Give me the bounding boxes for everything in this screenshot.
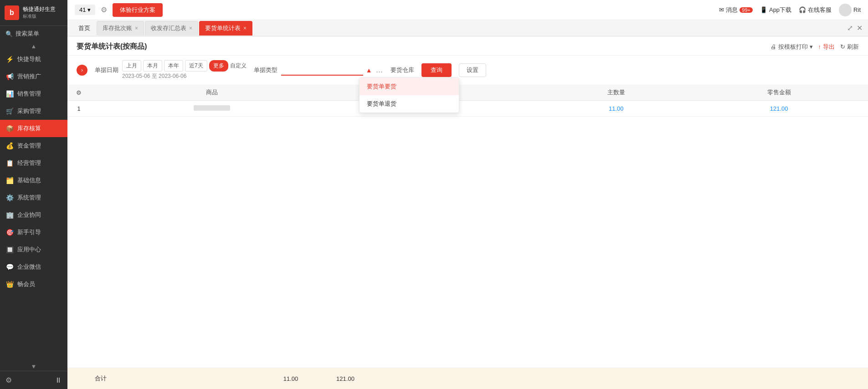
page-header-actions: 🖨 按模板打印 ▾ ↑ 导出 ↻ 刷新	[770, 43, 859, 51]
tabs-bar-right: ⤢ ✕	[847, 24, 863, 32]
cell-amount[interactable]: 121.00	[690, 101, 868, 117]
quick-btn-more[interactable]: 更多	[209, 60, 228, 72]
wechat-icon: 💬	[5, 263, 14, 271]
type-dropdown-arrow[interactable]: ▲	[366, 67, 372, 74]
table-footer: 合计 11.00 121.00	[67, 368, 868, 389]
refresh-icon: ↻	[840, 43, 845, 50]
quick-btn-last-month[interactable]: 上月	[122, 60, 141, 72]
selector-arrow-icon: ▾	[87, 6, 91, 13]
page-title: 要货单统计表(按商品)	[77, 42, 147, 51]
quick-nav-icon: ⚡	[5, 56, 14, 63]
col-settings-icon[interactable]: ⚙	[76, 89, 82, 96]
main-area: 41 ▾ ⚙ 体验行业方案 ✉ 消息 99+ 📱 App下载 🎧 在线客服 R	[67, 0, 868, 389]
tabs-expand-icon[interactable]: ⤢	[847, 24, 853, 32]
quick-btn-this-year[interactable]: 本年	[164, 60, 183, 72]
sidebar-item-operations[interactable]: 📋 经营管理	[0, 154, 67, 172]
user-profile[interactable]: Rit	[839, 4, 861, 16]
footer-label: 合计	[67, 372, 263, 385]
sidebar-item-finance[interactable]: 💰 资金管理	[0, 137, 67, 154]
sidebar-item-newbie[interactable]: 🎯 新手引导	[0, 224, 67, 241]
col-product: 商品	[90, 85, 334, 101]
date-range-display: 2023-05-06 至 2023-06-06	[122, 72, 247, 80]
cell-seq: 1	[67, 101, 90, 117]
online-service-item[interactable]: 🎧 在线客服	[799, 6, 832, 14]
col-settings: ⚙	[67, 85, 90, 101]
sidebar-bottom: ⚙ ⏸	[0, 371, 67, 389]
operations-icon: 📋	[5, 159, 14, 167]
filter-more-dots[interactable]: …	[376, 66, 383, 74]
sidebar-item-basics[interactable]: 🗂️ 基础信息	[0, 172, 67, 189]
tab-home[interactable]: 首页	[73, 21, 96, 36]
cell-quantity[interactable]: 11.00	[542, 101, 690, 117]
sidebar-collapse-icon[interactable]: ⏸	[55, 376, 62, 384]
header-left: 41 ▾ ⚙ 体验行业方案	[75, 3, 163, 17]
export-icon: ↑	[818, 43, 822, 50]
cell-product	[90, 101, 334, 117]
sidebar-item-vip[interactable]: 👑 畅会员	[0, 276, 67, 293]
sidebar-item-appstore[interactable]: 🔲 应用中心	[0, 241, 67, 258]
sidebar-item-system[interactable]: ⚙️ 系统管理	[0, 189, 67, 206]
appstore-icon: 🔲	[5, 246, 14, 253]
table-row: 1 块 11.00 121.00	[67, 101, 868, 117]
scroll-down-arrow[interactable]: ▼	[0, 362, 67, 371]
trial-button[interactable]: 体验行业方案	[113, 3, 163, 17]
messages-icon: ✉	[719, 6, 724, 13]
sidebar-item-inventory[interactable]: 📦 库存核算	[0, 120, 67, 137]
print-template-btn[interactable]: 🖨 按模板打印 ▾	[770, 43, 813, 51]
page-header: 要货单统计表(按商品) 🖨 按模板打印 ▾ ↑ 导出 ↻ 刷新	[67, 36, 868, 56]
app-icon: 📱	[760, 6, 767, 13]
sidebar: b 畅捷通好生意 标准版 🔍 搜索菜单 ▲ ⚡ 快捷导航 📢 营销推广 📊 销售…	[0, 0, 67, 389]
page-content: 要货单统计表(按商品) 🖨 按模板打印 ▾ ↑ 导出 ↻ 刷新 ›	[67, 36, 868, 389]
sidebar-item-purchase[interactable]: 🛒 采购管理	[0, 102, 67, 120]
table-wrap: ⚙ 商品 主计量单位 主数量 零售金额 1 块	[67, 85, 868, 368]
logo-text: 畅捷通好生意 标准版	[23, 6, 56, 20]
data-table: ⚙ 商品 主计量单位 主数量 零售金额 1 块	[67, 85, 868, 117]
table-header-row: ⚙ 商品 主计量单位 主数量 零售金额	[67, 85, 868, 101]
newbie-icon: 🎯	[5, 229, 14, 236]
tabs-bar: 首页 库存批次账 × 收发存汇总表 × 要货单统计表 × ⤢ ✕	[67, 20, 868, 36]
warehouse-filter-group: 要货仓库	[390, 66, 414, 74]
tab-order-stats[interactable]: 要货单统计表 ×	[199, 21, 252, 36]
type-select-input[interactable]	[281, 65, 363, 76]
scroll-up-arrow[interactable]: ▲	[0, 41, 67, 51]
tab-close-receive-summary[interactable]: ×	[189, 25, 192, 31]
date-quick-btns: 上月 本月 本年 近7天 更多 自定义	[122, 60, 247, 72]
dropdown-item-demand[interactable]: 要货单要货	[360, 78, 459, 95]
date-filter-group: 单据日期 上月 本月 本年 近7天 更多 自定义 2023-05-06 至 20…	[95, 60, 247, 80]
messages-item[interactable]: ✉ 消息 99+	[719, 6, 753, 14]
dropdown-item-return[interactable]: 要货单退货	[360, 95, 459, 113]
sidebar-item-marketing[interactable]: 📢 营销推广	[0, 68, 67, 85]
sidebar-item-enterprise[interactable]: 🏢 企业协同	[0, 206, 67, 224]
quick-btn-this-month[interactable]: 本月	[143, 60, 162, 72]
top-header: 41 ▾ ⚙ 体验行业方案 ✉ 消息 99+ 📱 App下载 🎧 在线客服 R	[67, 0, 868, 20]
company-selector[interactable]: 41 ▾	[75, 5, 95, 15]
tabs-close-all-icon[interactable]: ✕	[857, 24, 863, 32]
sidebar-search[interactable]: 🔍 搜索菜单	[0, 26, 67, 41]
sidebar-item-sales[interactable]: 📊 销售管理	[0, 85, 67, 102]
query-button[interactable]: 查询	[421, 63, 452, 77]
export-btn[interactable]: ↑ 导出	[818, 43, 835, 51]
tab-close-batch-inventory[interactable]: ×	[135, 25, 138, 31]
sidebar-nav: ⚡ 快捷导航 📢 营销推广 📊 销售管理 🛒 采购管理 📦 库存核算 💰 资金管…	[0, 51, 67, 362]
col-quantity: 主数量	[542, 85, 690, 101]
tab-close-order-stats[interactable]: ×	[243, 25, 247, 31]
refresh-btn[interactable]: ↻ 刷新	[840, 43, 859, 51]
tab-receive-summary[interactable]: 收发存汇总表 ×	[145, 21, 198, 36]
settings-button[interactable]: 设置	[459, 63, 486, 77]
filter-expand-btn[interactable]: ›	[77, 65, 87, 76]
purchase-icon: 🛒	[5, 107, 14, 115]
sales-icon: 📊	[5, 90, 14, 97]
type-dropdown: 要货单要货 要货单退货	[359, 77, 459, 113]
sidebar-item-quick-nav[interactable]: ⚡ 快捷导航	[0, 51, 67, 68]
header-settings-icon[interactable]: ⚙	[101, 5, 107, 14]
custom-date-btn[interactable]: 自定义	[230, 62, 247, 70]
date-filter-wrap: 上月 本月 本年 近7天 更多 自定义 2023-05-06 至 2023-06…	[122, 60, 247, 80]
service-icon: 🎧	[799, 6, 806, 13]
sidebar-item-wechat[interactable]: 💬 企业微信	[0, 258, 67, 276]
tab-batch-inventory[interactable]: 库存批次账 ×	[97, 21, 144, 36]
app-download-item[interactable]: 📱 App下载	[760, 6, 791, 14]
type-select-wrap: ▲	[281, 65, 372, 76]
print-arrow-icon: ▾	[810, 43, 813, 50]
quick-btn-7days[interactable]: 近7天	[185, 60, 207, 72]
sidebar-settings-icon[interactable]: ⚙	[5, 376, 12, 384]
